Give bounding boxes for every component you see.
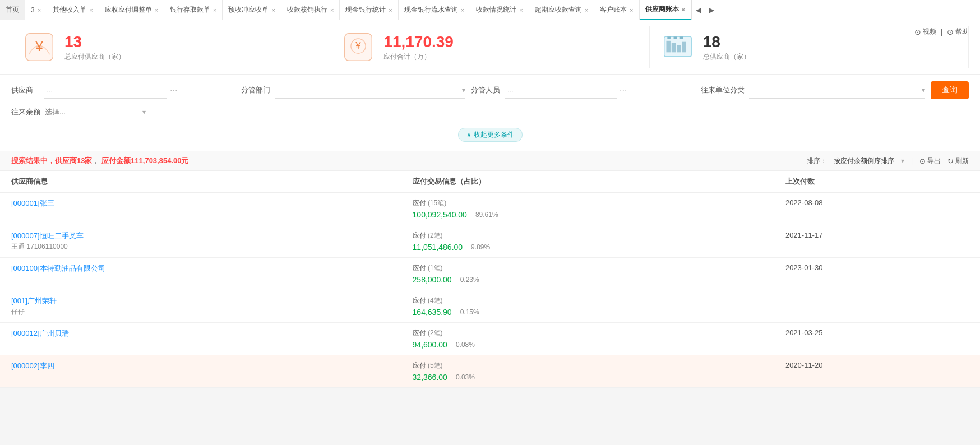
category-filter-wrap[interactable]: ▾ bbox=[749, 82, 925, 99]
nav-tab-advance-recv-close[interactable]: × bbox=[271, 7, 275, 13]
nav-tab-adjust-close[interactable]: × bbox=[155, 7, 158, 13]
payable-amount-value: 11,170.39 bbox=[383, 33, 454, 52]
filter-supplier: 供应商 ··· bbox=[11, 82, 235, 99]
stat-payable-suppliers: ¥ 13 总应付供应商（家） bbox=[11, 26, 330, 68]
supplier-info-cell: [000007]恒旺二手叉车王通 17106110000 bbox=[0, 225, 401, 258]
nav-tab-customer-ledger-close[interactable]: × bbox=[630, 7, 633, 13]
last-payment-cell: 2021-11-17 bbox=[774, 225, 980, 258]
supplier-link[interactable]: [000012]广州贝瑞 bbox=[11, 329, 69, 337]
last-payment-cell: 2022-08-08 bbox=[774, 193, 980, 225]
filter-row-1: 供应商 ··· 分管部门 ▾ 分管人员 ··· 往来单位分类 ▾ 查询 bbox=[11, 81, 969, 99]
total-suppliers-icon bbox=[661, 30, 695, 64]
payable-amount-link[interactable]: 100,092,540.00 bbox=[413, 210, 467, 219]
supplier-link[interactable]: [000100]本特勤油品有限公司 bbox=[11, 264, 105, 272]
filter-category: 往来单位分类 ▾ bbox=[701, 82, 925, 99]
help-label: 帮助 bbox=[955, 27, 969, 36]
nav-tab-adjust[interactable]: 应收应付调整单 × bbox=[99, 0, 164, 20]
nav-tab-bank[interactable]: 银行存取款单 × bbox=[164, 0, 223, 20]
supplier-filter-input[interactable] bbox=[44, 82, 167, 99]
help-link[interactable]: ⊙ 帮助 bbox=[947, 27, 969, 36]
dept-chevron-icon[interactable]: ▾ bbox=[462, 86, 465, 94]
nav-tab-overdue[interactable]: 超期应收款查询 × bbox=[529, 0, 594, 20]
nav-tab-cash-flow-label: 现金银行流水查询 bbox=[404, 5, 458, 15]
dept-filter-input[interactable] bbox=[275, 86, 460, 94]
nav-tab-recv-stat-close[interactable]: × bbox=[519, 7, 523, 13]
supplier-filter-dots[interactable]: ··· bbox=[170, 85, 177, 95]
nav-next-button[interactable]: ▶ bbox=[705, 0, 718, 20]
supplier-link[interactable]: [000007]恒旺二手叉车 bbox=[11, 231, 84, 240]
nav-tab-supplier-ledger-close[interactable]: × bbox=[682, 6, 685, 13]
payable-count-label: (2笔) bbox=[428, 231, 443, 239]
nav-tab-overdue-close[interactable]: × bbox=[585, 7, 588, 13]
payable-amount-link[interactable]: 94,600.00 bbox=[413, 340, 447, 349]
th-last-payment: 上次付数 bbox=[774, 171, 980, 193]
nav-tab-verify[interactable]: 收款核销执行 × bbox=[281, 0, 340, 20]
nav-tab-cash-flow-close[interactable]: × bbox=[461, 7, 464, 13]
stats-bar: ¥ 13 总应付供应商（家） ¥ 11,170.39 应付合计（万） bbox=[0, 20, 980, 75]
filter-row-2: 往来余额 ▾ bbox=[11, 104, 969, 120]
nav-tab-home-label: 首页 bbox=[6, 5, 19, 15]
supplier-link[interactable]: [000001]张三 bbox=[11, 199, 54, 207]
query-button[interactable]: 查询 bbox=[931, 81, 969, 99]
payable-count-label: (1笔) bbox=[428, 264, 443, 272]
video-label: 视频 bbox=[923, 27, 936, 36]
payable-info-cell: 应付 (2笔)94,600.000.08% bbox=[401, 323, 774, 355]
nav-tab-cash-stat-close[interactable]: × bbox=[389, 7, 392, 13]
payable-amount-link[interactable]: 164,635.90 bbox=[413, 308, 452, 317]
result-amount: 应付金额111,703,854.00元 bbox=[101, 156, 188, 165]
collapse-button[interactable]: ∧ 收起更多条件 bbox=[458, 128, 523, 142]
supplier-link[interactable]: [000002]李四 bbox=[11, 361, 54, 370]
refresh-button[interactable]: ↻ 刷新 bbox=[947, 156, 969, 166]
nav-prev-button[interactable]: ◀ bbox=[691, 0, 705, 20]
svg-rect-10 bbox=[667, 36, 671, 39]
sort-chevron-icon[interactable]: ▾ bbox=[901, 157, 904, 165]
video-link[interactable]: ⊙ 视频 bbox=[914, 27, 936, 36]
payable-amount-link[interactable]: 258,000.00 bbox=[413, 275, 452, 284]
supplier-info-cell: [000100]本特勤油品有限公司 bbox=[0, 258, 401, 290]
payable-amount-link[interactable]: 32,366.00 bbox=[413, 373, 447, 382]
balance-filter-input[interactable] bbox=[45, 108, 141, 116]
balance-filter-wrap[interactable]: ▾ bbox=[45, 104, 146, 120]
nav-tab-cash-stat[interactable]: 现金银行统计 × bbox=[340, 0, 398, 20]
nav-tab-cash-stat-label: 现金银行统计 bbox=[345, 5, 386, 15]
payable-percent: 89.61% bbox=[475, 211, 498, 219]
nav-tab-3[interactable]: 3 × bbox=[25, 0, 47, 20]
nav-tab-other-income-close[interactable]: × bbox=[89, 7, 93, 13]
nav-tab-3-label: 3 bbox=[31, 6, 35, 14]
balance-filter-label: 往来余额 bbox=[11, 107, 40, 117]
payable-info-cell: 应付 (1笔)258,000.000.23% bbox=[401, 258, 774, 290]
last-payment-cell: 2021-03-25 bbox=[774, 323, 980, 355]
nav-tab-3-close[interactable]: × bbox=[38, 7, 41, 13]
category-filter-input[interactable] bbox=[749, 86, 920, 94]
dept-filter-wrap[interactable]: ▾ bbox=[275, 82, 465, 99]
nav-tab-home[interactable]: 首页 bbox=[0, 0, 25, 20]
nav-tab-other-income[interactable]: 其他收入单 × bbox=[47, 0, 99, 20]
nav-tab-bank-close[interactable]: × bbox=[213, 7, 216, 13]
nav-tab-cash-flow[interactable]: 现金银行流水查询 × bbox=[399, 0, 470, 20]
nav-tab-advance-recv[interactable]: 预收冲应收单 × bbox=[223, 0, 281, 20]
nav-tab-customer-ledger[interactable]: 客户账本 × bbox=[594, 0, 639, 20]
nav-tab-verify-label: 收款核销执行 bbox=[287, 5, 327, 15]
question-icon: ⊙ bbox=[947, 27, 954, 36]
supplier-info-cell: [000002]李四 bbox=[0, 355, 401, 388]
nav-tab-supplier-ledger[interactable]: 供应商账本 × bbox=[640, 0, 691, 20]
sort-label: 排序： bbox=[807, 156, 827, 166]
last-payment-date: 2021-11-17 bbox=[785, 231, 823, 239]
supplier-link[interactable]: [001]广州荣轩 bbox=[11, 296, 57, 305]
person-filter-dots[interactable]: ··· bbox=[620, 85, 627, 95]
payable-type-label: 应付 bbox=[413, 329, 428, 337]
payable-percent: 0.15% bbox=[460, 308, 479, 316]
payable-amount-link[interactable]: 11,051,486.00 bbox=[413, 243, 463, 252]
balance-chevron-icon[interactable]: ▾ bbox=[142, 108, 146, 116]
nav-tab-verify-close[interactable]: × bbox=[330, 7, 334, 13]
nav-tab-recv-stat[interactable]: 收款情况统计 × bbox=[470, 0, 529, 20]
person-filter-input[interactable] bbox=[505, 82, 617, 99]
category-chevron-icon[interactable]: ▾ bbox=[922, 86, 925, 94]
sort-value[interactable]: 按应付余额倒序排序 bbox=[834, 156, 894, 166]
top-navigation: 首页 3 × 其他收入单 × 应收应付调整单 × 银行存取款单 × 预收冲应收单… bbox=[0, 0, 980, 20]
category-filter-label: 往来单位分类 bbox=[701, 85, 745, 95]
payable-amount-icon: ¥ bbox=[341, 30, 375, 64]
th-payable-info: 应付交易信息（占比） bbox=[401, 171, 774, 193]
export-button[interactable]: ⊙ 导出 bbox=[919, 156, 941, 166]
payable-info-cell: 应付 (2笔)11,051,486.009.89% bbox=[401, 225, 774, 258]
